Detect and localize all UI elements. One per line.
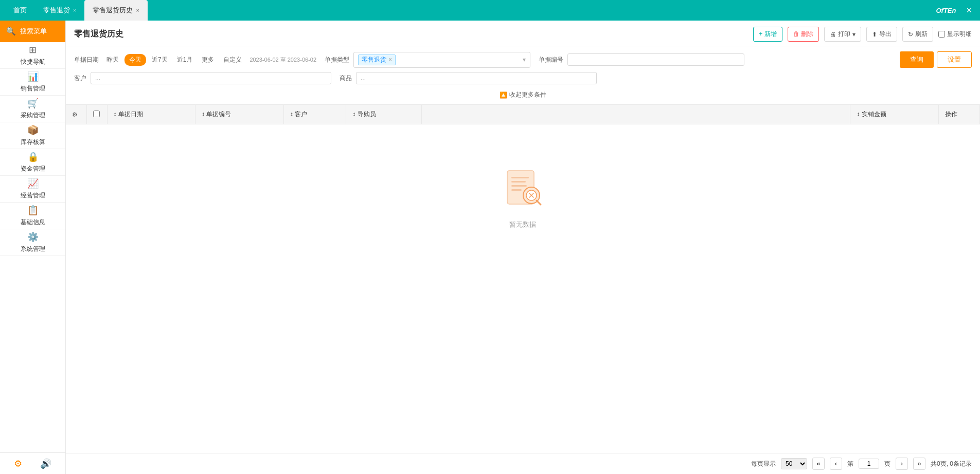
total-info: 共0页, 0条记录 [931,460,972,468]
tab-bar: 首页 零售退货 × 零售退货历史 × [5,0,936,21]
table-header: ⚙ ↕ 单据日期 ↕ 单据编号 ↕ 客户 [66,105,980,124]
table-body: 暂无数据 [66,124,980,271]
th-guide[interactable]: ↕ 导购员 [346,105,422,124]
filter-doc-date: 单据日期 昨天 今天 近7天 近1月 更多 自定义 2023-06-02 至 2… [74,54,316,66]
search-menu-label: 搜索菜单 [20,27,47,36]
date-shortcuts: 昨天 今天 近7天 近1月 更多 自定义 [103,54,245,66]
filter-doc-no: 单据编号 [539,53,744,66]
next-page-btn[interactable]: › [896,458,908,470]
tab-retail-return-history[interactable]: 零售退货历史 × [84,0,147,21]
date-btn-yesterday[interactable]: 昨天 [103,54,122,66]
empty-text: 暂无数据 [509,220,536,229]
first-page-btn[interactable]: « [812,458,825,470]
export-button[interactable]: ⬆ 导出 [866,27,897,42]
search-menu[interactable]: 🔍 搜索菜单 [0,21,65,42]
doc-type-tags: 零售退货 × [358,54,396,65]
sidebar-item-inventory-label: 库存核算 [21,138,45,147]
doc-type-tag-0: 零售退货 × [358,54,396,65]
collapse-icon: 🔼 [500,92,507,99]
window-close-btn[interactable]: × [966,5,972,16]
sidebar-audio-btn[interactable]: 🔊 [40,458,51,469]
date-btn-today[interactable]: 今天 [124,54,146,66]
svg-rect-4 [511,189,522,191]
sidebar-settings-btn[interactable]: ⚙ [14,458,22,469]
th-customer[interactable]: ↕ 客户 [283,105,346,124]
th-customer-label: ↕ 客户 [290,111,307,118]
doc-no-label: 单据编号 [539,56,563,64]
sales-mgmt-icon: 📊 [27,71,39,82]
query-action-buttons: 查询 设置 [900,51,972,68]
goods-input[interactable] [356,72,597,84]
select-all-checkbox[interactable] [93,111,100,117]
doc-date-label: 单据日期 [74,56,99,64]
page-size-label: 每页显示 [751,460,776,468]
th-doc-no[interactable]: ↕ 单据编号 [195,105,284,124]
date-btn-more[interactable]: 更多 [198,54,218,66]
doc-type-label: 单据类型 [325,56,349,64]
collapse-btn[interactable]: 🔼 收起更多条件 [500,90,546,99]
refresh-button[interactable]: ↻ 刷新 [902,27,933,42]
date-btn-7days[interactable]: 近7天 [148,54,171,66]
last-page-btn[interactable]: » [913,458,925,470]
query-button[interactable]: 查询 [900,51,934,68]
refresh-label: 刷新 [915,30,928,39]
page-suffix: 页 [884,460,890,468]
sidebar-item-sys-mgmt[interactable]: ⚙️ 系统管理 [0,229,65,256]
print-chevron-icon: ▾ [852,31,856,38]
doc-type-tag-close[interactable]: × [388,56,392,63]
top-bar: 首页 零售退货 × 零售退货历史 × OfTEn × [0,0,980,21]
tab-retail-return-history-close[interactable]: × [136,7,139,13]
table-container: ⚙ ↕ 单据日期 ↕ 单据编号 ↕ 客户 [66,105,980,453]
empty-state: 暂无数据 [66,124,980,270]
refresh-icon: ↻ [908,31,913,38]
page-input[interactable] [859,459,879,469]
set-button[interactable]: 设置 [937,51,972,68]
sidebar-item-sales-mgmt[interactable]: 📊 销售管理 [0,69,65,96]
sidebar-item-sys-mgmt-label: 系统管理 [21,245,45,253]
date-btn-custom[interactable]: 自定义 [220,54,245,66]
tab-home[interactable]: 首页 [5,0,35,21]
export-label: 导出 [879,30,892,39]
sidebar-item-quick-nav[interactable]: ⊞ 快捷导航 [0,42,65,69]
show-detail-input[interactable] [938,31,945,38]
doc-no-input[interactable] [567,53,744,66]
print-button[interactable]: 🖨 打印 ▾ [824,27,861,42]
delete-button[interactable]: 🗑 删除 [788,27,819,42]
doc-type-chevron-icon: ▾ [523,56,526,63]
top-bar-right: OfTEn × [936,5,980,16]
date-btn-1month[interactable]: 近1月 [173,54,197,66]
th-checkbox[interactable] [86,105,107,124]
sys-mgmt-icon: ⚙️ [27,231,39,243]
tab-retail-return-close[interactable]: × [73,7,76,13]
th-actions: 操作 [939,105,980,124]
sidebar-item-ops-mgmt-label: 经营管理 [21,191,45,200]
show-detail-checkbox[interactable]: 显示明细 [938,30,972,39]
th-actions-label: 操作 [945,111,957,118]
th-spacer [421,105,850,124]
header-actions: + 新增 🗑 删除 🖨 打印 ▾ ⬆ 导出 ↻ 刷新 显示明细 [753,27,972,42]
customer-label: 客户 [74,74,86,83]
th-amount[interactable]: ↕ 实销金额 [850,105,939,124]
sidebar-item-ops-mgmt[interactable]: 📈 经营管理 [0,176,65,203]
th-doc-date[interactable]: ↕ 单据日期 [107,105,195,124]
page-size-select[interactable]: 50 10 20 100 [781,458,807,469]
filter-goods: 商品 [340,72,597,84]
tab-retail-return[interactable]: 零售退货 × [35,0,84,21]
prev-page-btn[interactable]: ‹ [830,458,842,470]
sidebar-item-purchase-mgmt[interactable]: 🛒 采购管理 [0,96,65,122]
sidebar-item-inventory[interactable]: 📦 库存核算 [0,122,65,149]
th-settings[interactable]: ⚙ [66,105,86,124]
tab-retail-return-history-label: 零售退货历史 [93,6,133,15]
filter-customer: 客户 [74,72,331,84]
data-table: ⚙ ↕ 单据日期 ↕ 单据编号 ↕ 客户 [66,105,980,270]
customer-input[interactable] [91,72,331,84]
sidebar-item-basic-info[interactable]: 📋 基础信息 [0,203,65,229]
doc-type-select[interactable]: 零售退货 × ▾ [353,52,530,68]
svg-line-7 [537,200,541,205]
sidebar: 🔍 搜索菜单 ⊞ 快捷导航 📊 销售管理 🛒 采购管理 📦 库存核算 🔒 [0,21,66,474]
sidebar-item-finance-mgmt[interactable]: 🔒 资金管理 [0,149,65,176]
new-button[interactable]: + 新增 [753,27,782,42]
th-guide-label: ↕ 导购员 [352,111,376,118]
sidebar-item-quick-nav-label: 快捷导航 [21,58,45,66]
goods-label: 商品 [340,74,352,83]
